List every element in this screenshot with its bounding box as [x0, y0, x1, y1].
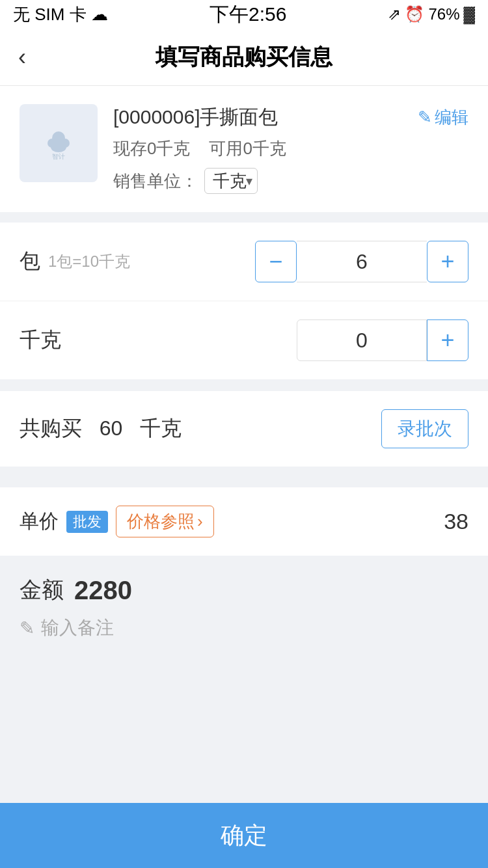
page-title: 填写商品购买信息 — [156, 42, 332, 72]
kg-label: 千克 — [20, 326, 61, 355]
total-unit: 千克 — [140, 416, 182, 440]
bottom-space — [0, 653, 488, 803]
pack-hint: 1包=10千克 — [48, 251, 130, 272]
status-battery: ⇗ ⏰ 76% ▓ — [388, 5, 475, 23]
kg-plus-button[interactable]: + — [427, 319, 468, 361]
nav-bar: ‹ 填写商品购买信息 — [0, 29, 488, 86]
pack-plus-button[interactable]: + — [427, 241, 468, 282]
note-placeholder: 输入备注 — [41, 616, 114, 640]
price-ref-button[interactable]: 价格参照 › — [116, 506, 214, 537]
back-button[interactable]: ‹ — [18, 44, 26, 71]
product-card: 智计 [0000006]手撕面包 ✎ 编辑 现存0千克 可用0千克 销售单位： — [0, 86, 488, 212]
edit-icon: ✎ — [418, 107, 432, 128]
total-prefix: 共购买 — [20, 416, 82, 440]
product-image: 智计 — [20, 104, 98, 182]
pack-label: 包 1包=10千克 — [20, 247, 130, 276]
pack-minus-button[interactable]: − — [255, 241, 297, 282]
total-section: 共购买 60 千克 录批次 — [0, 391, 488, 467]
price-row: 单价 批发 价格参照 › 38 — [20, 506, 468, 537]
battery-text: 76% — [428, 5, 459, 23]
note-row[interactable]: ✎ 输入备注 — [20, 616, 468, 640]
amount-section: 金额 2280 ✎ 输入备注 — [0, 557, 488, 653]
price-label: 单价 — [20, 508, 59, 535]
product-name-row: [0000006]手撕面包 ✎ 编辑 — [113, 104, 468, 131]
content-area: 智计 [0000006]手撕面包 ✎ 编辑 现存0千克 可用0千克 销售单位： — [0, 86, 488, 803]
battery-icon: ▓ — [464, 5, 476, 23]
unit-select-wrapper[interactable]: 千克 — [204, 168, 258, 194]
kg-input[interactable] — [297, 319, 427, 361]
product-code: [0000006] — [113, 106, 200, 128]
unit-select[interactable]: 千克 — [204, 168, 258, 194]
location-icon: ⇗ — [388, 5, 401, 23]
separator-2 — [0, 477, 488, 487]
product-info: [0000006]手撕面包 ✎ 编辑 现存0千克 可用0千克 销售单位： 千克 — [113, 104, 468, 194]
price-ref-label: 价格参照 — [127, 510, 195, 533]
pack-controls: − + — [255, 241, 468, 282]
separator-1 — [0, 381, 488, 391]
kg-controls: + — [297, 319, 468, 361]
available-value: 可用0千克 — [209, 139, 286, 158]
price-ref-arrow: › — [197, 511, 203, 532]
svg-point-3 — [51, 142, 66, 152]
batch-button[interactable]: 录批次 — [381, 409, 468, 448]
svg-text:智计: 智计 — [52, 153, 65, 160]
price-value: 38 — [444, 509, 468, 534]
confirm-button[interactable]: 确定 — [0, 803, 488, 868]
pack-unit: 包 — [20, 247, 40, 276]
product-unit-row: 销售单位： 千克 — [113, 168, 468, 194]
edit-label: 编辑 — [435, 106, 468, 129]
pifa-badge: 批发 — [66, 511, 108, 533]
pack-input[interactable] — [297, 241, 427, 282]
status-time: 下午2:56 — [210, 1, 286, 28]
product-name: [0000006]手撕面包 — [113, 104, 278, 131]
total-text: 共购买 60 千克 — [20, 414, 182, 443]
quantity-section: 包 1包=10千克 − + 千克 + — [0, 223, 488, 379]
status-carrier: 无 SIM 卡 ☁ — [13, 3, 108, 26]
edit-button[interactable]: ✎ 编辑 — [418, 106, 468, 129]
product-stock: 现存0千克 可用0千克 — [113, 137, 468, 160]
note-icon: ✎ — [20, 617, 34, 639]
amount-value: 2280 — [74, 576, 132, 605]
price-section: 单价 批发 价格参照 › 38 — [0, 487, 488, 556]
status-bar: 无 SIM 卡 ☁ 下午2:56 ⇗ ⏰ 76% ▓ — [0, 0, 488, 29]
price-label-group: 单价 批发 价格参照 › — [20, 506, 214, 537]
kg-unit: 千克 — [20, 326, 61, 355]
alarm-icon: ⏰ — [405, 5, 424, 23]
total-value: 60 — [100, 416, 123, 440]
amount-label: 金额 — [20, 575, 64, 605]
product-title: 手撕面包 — [200, 106, 278, 128]
pack-quantity-row: 包 1包=10千克 − + — [0, 223, 488, 301]
unit-label: 销售单位： — [113, 170, 198, 193]
amount-row: 金额 2280 — [20, 575, 468, 605]
kg-quantity-row: 千克 + — [0, 301, 488, 379]
stock-value: 现存0千克 — [113, 139, 190, 158]
